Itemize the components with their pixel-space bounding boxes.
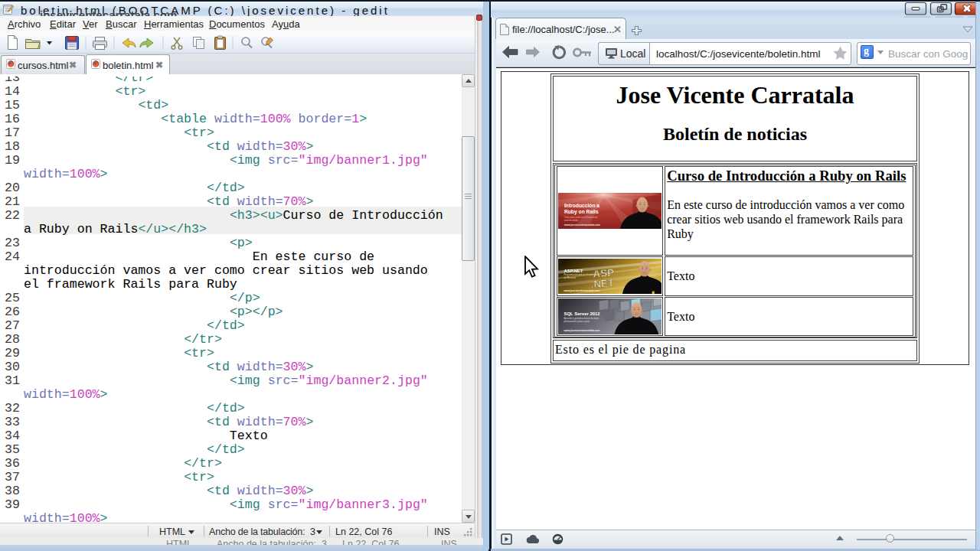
svg-text:.NET: .NET <box>590 277 615 290</box>
svg-text:de Microsoft: de Microsoft <box>564 276 576 279</box>
svg-text:Introducción a: Introducción a <box>564 203 599 208</box>
svg-text:ASP.NET: ASP.NET <box>564 269 583 273</box>
svg-text:SQL Server 2012: SQL Server 2012 <box>564 311 600 316</box>
svg-text:www.josevicentecarratala.com: www.josevicentecarratala.com <box>563 329 599 332</box>
svg-text:Ruby on Rails: Ruby on Rails <box>564 209 599 215</box>
svg-text:web de moda: web de moda <box>564 219 578 222</box>
svg-text:www.josevicentecarratala.com: www.josevicentecarratala.com <box>564 223 600 227</box>
svg-text:profesionales paso a paso: profesionales paso a paso <box>564 320 590 323</box>
